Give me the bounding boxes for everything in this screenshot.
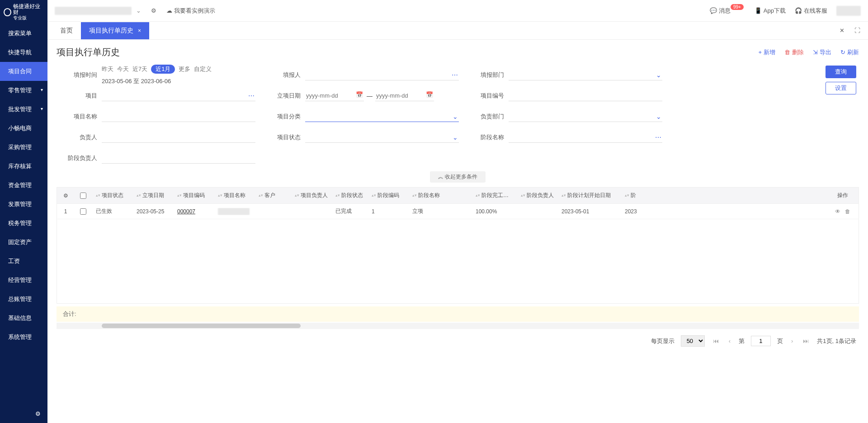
fullscreen-button[interactable]: ⛶ bbox=[853, 26, 862, 35]
settings-button[interactable]: ⚙ bbox=[149, 6, 158, 15]
owner-input[interactable] bbox=[102, 132, 255, 143]
chevron-up-icon: ︽ bbox=[438, 174, 443, 180]
col-customer[interactable]: ▴▾客户 bbox=[255, 192, 291, 199]
time-chip-custom[interactable]: 自定义 bbox=[194, 65, 212, 73]
sidebar-item-funds[interactable]: 资金管理 bbox=[0, 176, 47, 195]
report-dept-input[interactable] bbox=[509, 70, 662, 80]
chevron-down-icon[interactable]: ⌄ bbox=[656, 113, 661, 120]
project-status-input[interactable] bbox=[305, 132, 459, 143]
sidebar-item-assets[interactable]: 固定资产 bbox=[0, 233, 47, 252]
messages-link[interactable]: 💬 消息 99+ bbox=[710, 7, 745, 15]
time-chip-today[interactable]: 今天 bbox=[117, 65, 129, 73]
owner-dept-input[interactable] bbox=[509, 111, 662, 122]
project-category-input[interactable] bbox=[305, 111, 459, 122]
filter-label: 项目分类 bbox=[264, 113, 305, 121]
close-icon[interactable]: × bbox=[138, 28, 141, 34]
sidebar-item-system[interactable]: 系统管理 bbox=[0, 328, 47, 347]
sidebar-item-invoice[interactable]: 发票管理 bbox=[0, 195, 47, 214]
sidebar-item-search[interactable]: 搜索菜单 bbox=[0, 24, 47, 43]
more-icon[interactable]: ⋯ bbox=[655, 134, 661, 141]
export-button[interactable]: ⇲导出 bbox=[813, 48, 831, 56]
col-init-date[interactable]: ▴▾立项日期 bbox=[133, 192, 174, 199]
col-phase-owner[interactable]: ▴▾阶段负责人 bbox=[517, 192, 558, 199]
sidebar-item-ecommerce[interactable]: 小畅电商 bbox=[0, 119, 47, 138]
more-icon[interactable]: ⋯ bbox=[248, 92, 255, 99]
sidebar-item-retail[interactable]: 零售管理▾ bbox=[0, 81, 47, 100]
export-icon: ⇲ bbox=[813, 49, 818, 56]
calendar-icon[interactable]: 📅 bbox=[356, 91, 363, 98]
scrollbar-thumb[interactable] bbox=[102, 324, 301, 328]
sidebar-item-wholesale[interactable]: 批发管理▾ bbox=[0, 100, 47, 119]
sidebar-item-label: 发票管理 bbox=[8, 201, 32, 207]
sidebar-item-ledger[interactable]: 总账管理 bbox=[0, 290, 47, 309]
first-page-button[interactable]: ⏮ bbox=[711, 338, 721, 344]
checkbox[interactable] bbox=[80, 193, 86, 199]
col-phase-name[interactable]: ▴▾阶段名称 bbox=[409, 192, 472, 199]
tab-project-exec-history[interactable]: 项目执行单历史 × bbox=[81, 22, 149, 39]
query-button[interactable]: 查询 bbox=[826, 66, 856, 78]
sidebar-item-basedata[interactable]: 基础信息 bbox=[0, 309, 47, 328]
sidebar-item-operation[interactable]: 经营管理 bbox=[0, 271, 47, 290]
horizontal-scrollbar[interactable] bbox=[57, 323, 859, 329]
code-link[interactable]: 000007 bbox=[177, 208, 195, 215]
calendar-icon[interactable]: 📅 bbox=[426, 91, 433, 98]
col-phase-progress[interactable]: ▴▾阶段完工… bbox=[472, 192, 517, 199]
time-chip-yesterday[interactable]: 昨天 bbox=[102, 65, 113, 73]
column-settings-button[interactable]: ⚙ bbox=[57, 193, 74, 199]
more-icon[interactable]: ⋯ bbox=[452, 71, 458, 79]
demo-link[interactable]: ☁ 我要看实例演示 bbox=[166, 7, 215, 15]
refresh-button[interactable]: ↻刷新 bbox=[840, 48, 859, 56]
project-name-input[interactable] bbox=[102, 111, 255, 122]
filter-settings-button[interactable]: 设置 bbox=[826, 82, 856, 94]
row-checkbox[interactable] bbox=[80, 208, 86, 215]
prev-page-button[interactable]: ‹ bbox=[727, 338, 732, 344]
phase-owner-input[interactable] bbox=[102, 153, 255, 164]
init-date-to[interactable] bbox=[375, 90, 434, 101]
chevron-down-icon[interactable]: ⌄ bbox=[453, 113, 458, 120]
col-status[interactable]: ▴▾项目状态 bbox=[92, 192, 133, 199]
col-phase-start[interactable]: ▴▾阶段计划开始日期 bbox=[558, 192, 621, 199]
col-phase-end[interactable]: ▴▾阶 bbox=[621, 192, 639, 199]
sidebar-settings-button[interactable]: ⚙ bbox=[33, 409, 43, 418]
reporter-input[interactable] bbox=[305, 70, 459, 80]
org-selector[interactable]: ⌄ bbox=[55, 7, 141, 15]
filter-project-category: 项目分类 ⌄ bbox=[264, 106, 459, 127]
view-icon[interactable]: 👁 bbox=[835, 208, 840, 215]
online-service-link[interactable]: 🎧 在线客服 bbox=[795, 7, 827, 15]
per-page-select[interactable]: 50 bbox=[681, 335, 705, 347]
time-chip-more[interactable]: 更多 bbox=[179, 65, 190, 73]
chevron-down-icon[interactable]: ⌄ bbox=[656, 71, 661, 79]
next-page-button[interactable]: › bbox=[789, 338, 795, 344]
time-chip-1month[interactable]: 近1月 bbox=[151, 65, 175, 74]
close-all-button[interactable]: ✕ bbox=[837, 26, 846, 35]
sidebar-item-salary[interactable]: 工资 bbox=[0, 252, 47, 271]
col-name[interactable]: ▴▾项目名称 bbox=[214, 192, 255, 199]
col-phase-code[interactable]: ▴▾阶段编码 bbox=[368, 192, 409, 199]
sidebar-item-purchase[interactable]: 采购管理 bbox=[0, 138, 47, 157]
collapse-filters-button[interactable]: ︽ 收起更多条件 bbox=[430, 171, 486, 183]
sidebar-item-project-contract[interactable]: 项目合同 bbox=[0, 62, 47, 81]
add-button[interactable]: +新增 bbox=[758, 48, 775, 56]
delete-icon[interactable]: 🗑 bbox=[845, 208, 850, 215]
chevron-down-icon[interactable]: ⌄ bbox=[453, 134, 458, 141]
select-all-checkbox[interactable] bbox=[74, 193, 92, 199]
tab-home[interactable]: 首页 bbox=[52, 22, 81, 39]
user-avatar-blurred[interactable] bbox=[836, 6, 861, 16]
col-phase-status[interactable]: ▴▾阶段状态 bbox=[332, 192, 368, 199]
time-chip-7days[interactable]: 近7天 bbox=[132, 65, 147, 73]
col-code[interactable]: ▴▾项目编码 bbox=[174, 192, 214, 199]
delete-button[interactable]: 🗑删除 bbox=[784, 48, 804, 56]
app-download-link[interactable]: 📱 App下载 bbox=[755, 7, 786, 15]
sidebar-item-quicknav[interactable]: 快捷导航 bbox=[0, 43, 47, 62]
table-row[interactable]: 1 已生效 2023-05-25 000007 已完成 1 立项 100.00%… bbox=[57, 204, 859, 219]
sidebar-item-inventory[interactable]: 库存核算 bbox=[0, 157, 47, 176]
last-page-button[interactable]: ⏭ bbox=[801, 338, 811, 344]
sidebar-item-tax[interactable]: 税务管理 bbox=[0, 214, 47, 233]
project-code-input[interactable] bbox=[509, 90, 662, 101]
col-owner[interactable]: ▴▾项目负责人 bbox=[291, 192, 332, 199]
cell-code[interactable]: 000007 bbox=[174, 208, 214, 215]
phase-name-input[interactable] bbox=[509, 132, 662, 143]
init-date-from[interactable] bbox=[305, 90, 364, 101]
project-input[interactable] bbox=[102, 90, 255, 101]
page-input[interactable] bbox=[751, 336, 771, 346]
